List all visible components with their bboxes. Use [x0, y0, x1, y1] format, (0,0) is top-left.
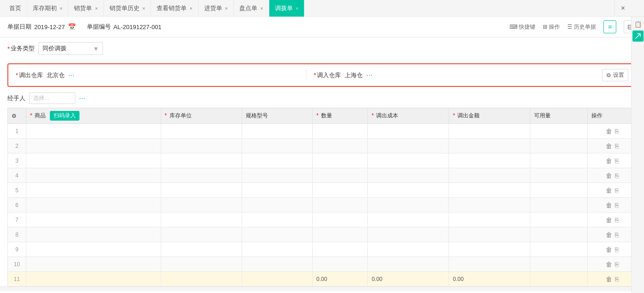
th-settings[interactable]: ⚙ [8, 108, 26, 124]
cell-quantity[interactable] [312, 213, 368, 227]
cell-product[interactable] [26, 272, 161, 287]
cell-cost[interactable]: 0.00 [368, 272, 449, 287]
cell-cost[interactable] [368, 213, 449, 227]
cell-amount[interactable] [449, 153, 530, 168]
settings-button[interactable]: ⚙ 设置 [602, 69, 628, 81]
cell-amount[interactable] [449, 242, 530, 257]
cell-cost[interactable] [368, 168, 449, 183]
cell-product[interactable] [26, 242, 161, 257]
window-close-button[interactable]: × [614, 0, 631, 17]
cell-amount[interactable] [449, 198, 530, 213]
history-button[interactable]: ☰ 历史单据 [567, 23, 596, 31]
delete-row-icon[interactable]: 🗑 [606, 142, 612, 150]
delete-row-icon[interactable]: 🗑 [606, 157, 612, 165]
copy-row-icon[interactable]: ⎘ [615, 231, 619, 238]
cell-cost[interactable] [368, 153, 449, 168]
cell-product[interactable] [26, 213, 161, 227]
copy-row-icon[interactable]: ⎘ [615, 142, 619, 150]
delete-row-icon[interactable]: 🗑 [606, 128, 612, 135]
scan-entry-button[interactable]: 扫码录入 [50, 111, 79, 121]
tab-sales-order[interactable]: 销货单 × [68, 0, 103, 17]
copy-row-icon[interactable]: ⎘ [615, 261, 619, 268]
list-view-button[interactable]: ≡ [603, 20, 616, 33]
tab-view-sales[interactable]: 查看销货单 × [151, 0, 198, 17]
close-icon[interactable]: × [60, 6, 62, 11]
tab-purchase[interactable]: 进货单 × [199, 0, 234, 17]
cell-amount[interactable] [449, 227, 530, 242]
cell-quantity[interactable] [312, 153, 368, 168]
copy-row-icon[interactable]: ⎘ [615, 187, 619, 194]
business-type-select[interactable]: 同价调拨 ▼ [38, 42, 103, 55]
bottom-scrollbar[interactable] [0, 287, 644, 291]
copy-row-icon[interactable]: ⎘ [615, 201, 619, 209]
sidebar-export-icon[interactable] [632, 31, 644, 42]
cell-quantity[interactable] [312, 124, 368, 139]
tab-home[interactable]: 首页 [4, 0, 27, 17]
cell-product[interactable] [26, 257, 161, 272]
calendar-icon[interactable]: 📅 [68, 23, 76, 31]
cell-cost[interactable] [368, 242, 449, 257]
delete-row-icon[interactable]: 🗑 [606, 275, 612, 283]
cell-quantity[interactable] [312, 242, 368, 257]
operate-button[interactable]: ⊞ 操作 [543, 23, 560, 31]
copy-row-icon[interactable]: ⎘ [615, 216, 619, 224]
cell-actions: 🗑⎘ [588, 153, 637, 168]
close-icon[interactable]: × [95, 6, 97, 11]
tab-stocktake[interactable]: 盘点单 × [234, 0, 269, 17]
cell-cost[interactable] [368, 198, 449, 213]
cell-cost[interactable] [368, 257, 449, 272]
tab-inventory-init[interactable]: 库存期初 × [27, 0, 68, 17]
cell-amount[interactable] [449, 139, 530, 153]
delete-row-icon[interactable]: 🗑 [606, 246, 612, 253]
cell-amount[interactable] [449, 213, 530, 227]
shortcut-button[interactable]: ⌨ 快捷键 [510, 23, 535, 31]
delete-row-icon[interactable]: 🗑 [606, 187, 612, 194]
cell-quantity[interactable] [312, 257, 368, 272]
cell-cost[interactable] [368, 124, 449, 139]
person-more-button[interactable]: ··· [79, 94, 85, 103]
cell-quantity[interactable] [312, 139, 368, 153]
cell-quantity[interactable] [312, 168, 368, 183]
cell-quantity[interactable] [312, 227, 368, 242]
copy-row-icon[interactable]: ⎘ [615, 172, 619, 179]
cell-amount[interactable]: 0.00 [449, 272, 530, 287]
cell-quantity[interactable] [312, 198, 368, 213]
tab-sales-history[interactable]: 销货单历史 × [104, 0, 151, 17]
person-select[interactable]: 选择... [29, 92, 75, 104]
cell-amount[interactable] [449, 257, 530, 272]
cell-amount[interactable] [449, 124, 530, 139]
cell-amount[interactable] [449, 168, 530, 183]
cell-cost[interactable] [368, 183, 449, 198]
cell-cost[interactable] [368, 139, 449, 153]
close-icon[interactable]: × [260, 6, 263, 11]
close-icon[interactable]: × [225, 6, 228, 11]
sidebar-note-icon[interactable]: 📋 [632, 18, 644, 30]
cell-product[interactable] [26, 227, 161, 242]
copy-row-icon[interactable]: ⎘ [615, 275, 619, 283]
delete-row-icon[interactable]: 🗑 [606, 216, 612, 224]
close-icon[interactable]: × [189, 6, 192, 11]
cell-product[interactable] [26, 168, 161, 183]
close-icon[interactable]: × [296, 6, 298, 11]
cell-product[interactable] [26, 124, 161, 139]
cell-quantity[interactable] [312, 183, 368, 198]
cell-product[interactable] [26, 198, 161, 213]
tab-transfer[interactable]: 调拨单 × [269, 0, 304, 17]
cell-product[interactable] [26, 139, 161, 153]
delete-row-icon[interactable]: 🗑 [606, 261, 612, 268]
cell-quantity[interactable]: 0.00 [312, 272, 368, 287]
cell-amount[interactable] [449, 183, 530, 198]
close-icon[interactable]: × [142, 6, 145, 11]
warehouse-in-more-button[interactable]: ··· [366, 71, 372, 79]
cell-cost[interactable] [368, 227, 449, 242]
copy-row-icon[interactable]: ⎘ [615, 246, 619, 253]
cell-product[interactable] [26, 183, 161, 198]
th-available: 可用量 [530, 108, 588, 124]
copy-row-icon[interactable]: ⎘ [615, 157, 619, 165]
delete-row-icon[interactable]: 🗑 [606, 231, 612, 238]
delete-row-icon[interactable]: 🗑 [606, 172, 612, 179]
copy-row-icon[interactable]: ⎘ [615, 128, 619, 135]
delete-row-icon[interactable]: 🗑 [606, 201, 612, 209]
cell-product[interactable] [26, 153, 161, 168]
warehouse-out-more-button[interactable]: ··· [68, 71, 74, 79]
